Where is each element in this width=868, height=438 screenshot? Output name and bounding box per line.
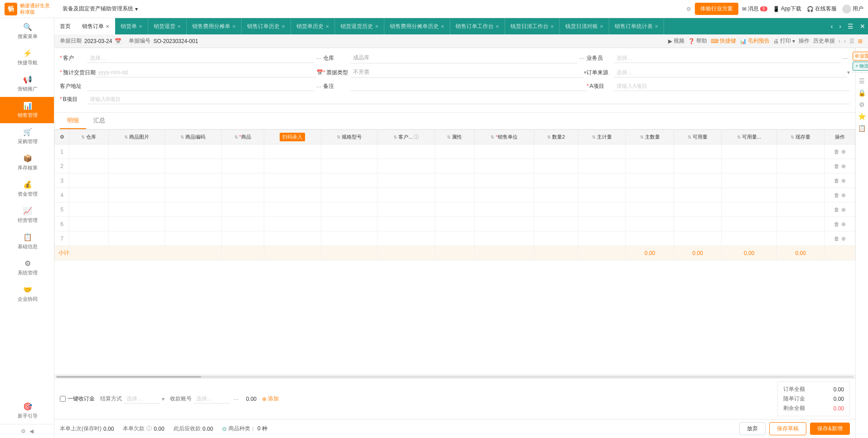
tab-close-icon[interactable]: ✕ [550,24,554,29]
cell-attribute[interactable] [435,173,475,188]
shortcut-btn[interactable]: ⌨ 快捷键 [711,37,736,45]
sort-icon[interactable]: ⇅ [447,135,451,140]
profit-btn[interactable]: 📊 毛利预告 [740,37,770,45]
order-source-dropdown-icon[interactable]: ▾ [847,69,850,76]
copy-icon[interactable]: ⊕ [841,207,846,213]
cell-unit[interactable] [474,159,534,173]
sidebar-settings-icon[interactable]: ⚙ [21,428,26,434]
cell-qty2[interactable] [534,231,578,246]
tab-sales-order-workbench[interactable]: 销售订单工作台 ✕ [450,18,505,34]
cell-main-unit[interactable] [578,202,626,217]
tab-menu-btn[interactable]: ☰ [845,23,856,30]
trial-button[interactable]: 体验行业方案 [695,3,738,15]
cell-available2[interactable] [722,173,776,188]
cell-available2[interactable] [722,144,776,159]
scrollbar-thumb[interactable] [56,376,201,378]
dropdown-arrow-icon[interactable]: ▾ [135,6,138,12]
cell-scan[interactable] [264,159,321,173]
cell-scan[interactable] [264,217,321,231]
tab-prev-btn[interactable]: ‹ [828,23,836,30]
cell-attribute[interactable] [435,188,475,202]
cell-available[interactable] [674,144,722,159]
cell-main-qty[interactable] [626,188,674,202]
cell-code[interactable] [165,217,222,231]
cell-customer-code[interactable] [378,231,435,246]
cell-main-unit[interactable] [578,159,626,173]
cell-main-unit[interactable] [578,231,626,246]
sidebar-item-inventory[interactable]: 📦 库存核算 [0,149,54,176]
print-dropdown-icon[interactable]: ▾ [792,38,795,44]
cell-available[interactable] [674,173,722,188]
cell-code[interactable] [165,188,222,202]
cell-goods[interactable] [221,231,264,246]
info-icon[interactable]: ⓘ [146,425,152,433]
cell-warehouse[interactable] [69,188,109,202]
cell-qty2[interactable] [534,144,578,159]
cell-attribute[interactable] [435,231,475,246]
tab-daily-reconcile[interactable]: 钱货日清对账 ✕ [560,18,609,34]
scan-button[interactable]: 扫码录入 [280,133,305,141]
tab-sales-goods-history[interactable]: 销货单历史 ✕ [291,18,335,34]
tab-close-icon[interactable]: ✕ [325,24,329,29]
cell-warehouse[interactable] [69,202,109,217]
sort-icon[interactable]: ⇅ [790,135,794,140]
cell-image[interactable] [108,159,165,173]
tab-sales-order[interactable]: 销售订单 ✕ [77,18,115,34]
cell-customer-code[interactable] [378,159,435,173]
tab-home[interactable]: 首页 [54,18,77,34]
tab-sales-order-history[interactable]: 销售订单历史 ✕ [242,18,291,34]
cell-qty2[interactable] [534,217,578,231]
cell-current[interactable] [776,188,824,202]
cell-code[interactable] [165,202,222,217]
delete-icon[interactable]: 🗑 [834,221,839,227]
tab-sales-return[interactable]: 销货退货 ✕ [148,18,187,34]
cell-available[interactable] [674,188,722,202]
tab-sales-goods[interactable]: 销货单 ✕ [115,18,148,34]
delete-icon[interactable]: 🗑 [834,163,839,169]
copy-icon[interactable]: ⊕ [841,192,846,198]
tab-detail[interactable]: 明细 [60,113,86,129]
cell-main-qty[interactable] [626,231,674,246]
history-btn[interactable]: 历史单据 [813,37,835,45]
cell-scan[interactable] [264,173,321,188]
cell-available2[interactable] [722,231,776,246]
cell-available2[interactable] [722,188,776,202]
tab-summary[interactable]: 汇总 [86,113,112,129]
tab-close-icon[interactable]: ✕ [655,24,658,29]
receipt-more-btn[interactable]: ··· [232,395,241,403]
copy-icon[interactable]: ⊕ [841,236,846,242]
cell-available[interactable] [674,159,722,173]
tab-sales-return-history[interactable]: 销货退货历史 ✕ [335,18,384,34]
tab-close-icon[interactable]: ✕ [139,24,142,29]
cell-main-qty[interactable] [626,217,674,231]
cell-available2[interactable] [722,217,776,231]
cell-image[interactable] [108,188,165,202]
cell-available[interactable] [674,231,722,246]
cell-attribute[interactable] [435,202,475,217]
settings-icon[interactable]: ⚙ [686,6,691,12]
rs-icon-5[interactable]: 📋 [857,123,868,134]
copy-icon[interactable]: ⊕ [841,178,846,184]
sort-icon[interactable]: ⇅ [640,135,644,140]
cell-spec[interactable] [321,188,378,202]
sidebar-item-sales[interactable]: 📊 销售管理 [0,97,54,123]
list-view-btn[interactable]: ☰ [849,38,854,44]
cell-goods[interactable] [221,159,264,173]
tab-close-icon[interactable]: ✕ [232,24,236,29]
tab-close-icon[interactable]: ✕ [106,24,109,29]
next-record-btn[interactable]: › [844,38,846,44]
date-picker-icon[interactable]: 📅 [316,69,323,76]
tab-next-btn[interactable]: › [836,23,844,30]
sidebar-item-basic-info[interactable]: 📋 基础信息 [0,228,54,255]
cell-warehouse[interactable] [69,173,109,188]
tab-close-icon[interactable]: ✕ [441,24,444,29]
cell-warehouse[interactable] [69,159,109,173]
cell-attribute[interactable] [435,144,475,159]
cell-scan[interactable] [264,144,321,159]
cell-unit[interactable] [474,202,534,217]
rs-icon-2[interactable]: 🔒 [857,87,868,98]
cell-spec[interactable] [321,144,378,159]
cell-code[interactable] [165,144,222,159]
cell-scan[interactable] [264,202,321,217]
cell-main-qty[interactable] [626,144,674,159]
